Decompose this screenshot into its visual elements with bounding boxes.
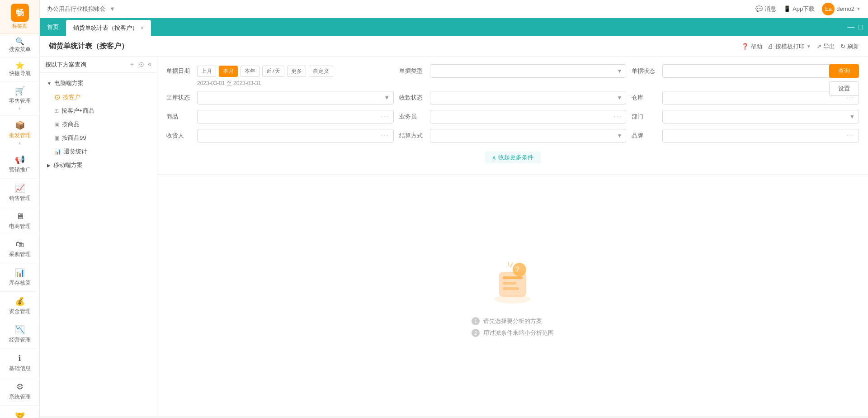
sidebar-item-finance[interactable]: 💰 资金管理 xyxy=(0,292,39,320)
order-type-select[interactable]: ▼ xyxy=(430,64,627,78)
query-button[interactable]: 查询 xyxy=(829,64,859,78)
brand-input[interactable]: ··· xyxy=(662,129,859,142)
date-btn-this-month[interactable]: 本月 xyxy=(219,66,238,77)
tree-item-goods99[interactable]: ▣ 按商品99 xyxy=(40,131,157,145)
sidebar-item-operations[interactable]: 📉 经营管理 xyxy=(0,320,39,349)
sidebar-item-wholesale[interactable]: 📦 批发管理 ▲ xyxy=(0,116,39,150)
system-icon: ⚙ xyxy=(16,382,24,392)
brand-label: 品牌 xyxy=(632,132,659,140)
receipt-status-dropdown-icon: ▼ xyxy=(617,95,622,101)
add-scheme-button[interactable]: ＋ xyxy=(129,61,135,69)
tree-item-customer-goods[interactable]: ⊞ 按客户+商品 xyxy=(40,104,157,118)
collapse-more-button[interactable]: ∧ 收起更多条件 xyxy=(485,152,541,163)
order-type-dropdown-icon: ▼ xyxy=(617,68,622,74)
tree-section: ▼ 电脑端方案 ⊙ 按客户 ⊞ 按客户+商品 ▣ 按商品 xyxy=(40,73,157,176)
date-btn-7days[interactable]: 近7天 xyxy=(262,66,284,77)
tree-mobile-section[interactable]: ▶ 移动端方案 xyxy=(40,158,157,172)
tab-minimize-button[interactable]: — xyxy=(847,23,854,31)
goods-icon: ▣ xyxy=(54,121,59,128)
refresh-button[interactable]: ↻ 刷新 xyxy=(840,43,859,51)
customer-scheme-icon: ⊙ xyxy=(54,93,60,101)
date-btn-more[interactable]: 更多 xyxy=(287,66,306,77)
warehouse-filter-item: 仓库 ··· xyxy=(632,91,859,104)
search-menu-item[interactable]: 🔍 搜索菜单 xyxy=(0,33,39,57)
settings-button[interactable]: 设置 xyxy=(829,81,859,96)
scheme-settings-button[interactable]: ⊙ xyxy=(139,61,144,69)
tab-bar: 首页 销货单统计表（按客户） × — □ xyxy=(40,18,868,36)
print-dropdown-icon: ▼ xyxy=(807,44,811,49)
receipt-status-filter-item: 收款状态 ▼ xyxy=(399,91,627,104)
receipt-status-select[interactable]: ▼ xyxy=(430,91,627,104)
logo-label: 标签页 xyxy=(12,23,27,29)
recipient-input[interactable]: ··· xyxy=(197,129,394,142)
main-area: 办公用品行业模拟账套 ▼ 💬 消息 📱 App下载 Ea demo2 ▼ 首页 … xyxy=(40,0,868,418)
order-type-label: 单据类型 xyxy=(399,67,426,75)
message-button[interactable]: 💬 消息 xyxy=(755,5,776,13)
sidebar-item-basics[interactable]: ℹ 基础信息 xyxy=(0,349,39,377)
purchase-icon: 🛍 xyxy=(16,240,24,249)
date-range-text: 2023-03-01 至 2023-03-31 xyxy=(197,80,859,87)
refresh-icon: ↻ xyxy=(840,43,845,50)
tab-maximize-button[interactable]: □ xyxy=(858,23,863,31)
marketing-icon: 📢 xyxy=(15,155,25,165)
app-download-button[interactable]: 📱 App下载 xyxy=(783,5,815,13)
tree-item-by-customer[interactable]: ⊙ 按客户 xyxy=(40,90,157,104)
page-header: 销货单统计表（按客户） ❓ 帮助 🖨 按模板打印 ▼ ↗ 导出 ↻ 刷新 xyxy=(40,36,868,57)
date-btn-last-month[interactable]: 上月 xyxy=(197,66,216,77)
help-button[interactable]: ❓ 帮助 xyxy=(741,43,762,51)
date-btn-this-year[interactable]: 本年 xyxy=(241,66,259,77)
department-select[interactable]: ▼ xyxy=(662,110,859,124)
enterprise-icon: 🤝 xyxy=(15,410,25,418)
svg-rect-2 xyxy=(503,276,523,279)
tab-close-button[interactable]: × xyxy=(141,25,144,31)
collapse-panel-button[interactable]: « xyxy=(148,61,151,69)
print-button[interactable]: 🖨 按模板打印 ▼ xyxy=(768,43,811,51)
page-content: 销货单统计表（按客户） ❓ 帮助 🖨 按模板打印 ▼ ↗ 导出 ↻ 刷新 xyxy=(40,36,868,418)
page-actions: ❓ 帮助 🖨 按模板打印 ▼ ↗ 导出 ↻ 刷新 xyxy=(741,43,859,51)
right-panel: 单据日期 上月 本月 本年 近7天 更多 自定义 单据类型 xyxy=(157,57,868,416)
sidebar-item-sales[interactable]: 📈 销售管理 xyxy=(0,179,39,207)
sidebar-item-enterprise[interactable]: 🤝 企业协同 xyxy=(0,406,39,418)
sidebar-item-retail[interactable]: 🛒 零售管理 ▼ xyxy=(0,81,39,116)
sidebar-item-system[interactable]: ⚙ 系统管理 xyxy=(0,377,39,406)
sidebar-item-ecommerce[interactable]: 🖥 电商管理 xyxy=(0,207,39,235)
salesperson-input[interactable]: ··· xyxy=(430,110,627,124)
brand-filter-item: 品牌 ··· xyxy=(632,129,859,142)
goods-dots: ··· xyxy=(381,113,389,121)
tab-home[interactable]: 首页 xyxy=(40,18,66,36)
date-range-bar: 上月 本月 本年 近7天 更多 自定义 xyxy=(197,66,394,77)
svg-line-7 xyxy=(510,263,513,267)
tree-item-goods[interactable]: ▣ 按商品 xyxy=(40,118,157,131)
quick-nav-item[interactable]: ⭐ 快捷导航 xyxy=(0,57,39,81)
industry-dropdown-icon[interactable]: ▼ xyxy=(109,5,115,12)
inventory-icon: 📊 xyxy=(15,268,25,278)
goods-input[interactable]: ··· xyxy=(197,110,394,124)
svg-text:?: ? xyxy=(515,266,519,273)
out-status-select[interactable]: ▼ xyxy=(197,91,394,104)
sidebar-item-marketing[interactable]: 📢 营销推广 xyxy=(0,150,39,179)
user-menu[interactable]: Ea demo2 ▼ xyxy=(822,3,861,15)
settlement-select[interactable]: ▼ xyxy=(430,129,627,142)
filter-collapse-row: ∧ 收起更多条件 xyxy=(166,148,859,167)
department-label: 部门 xyxy=(632,113,659,121)
logo-area[interactable]: 畅 标签页 xyxy=(0,0,39,33)
export-button[interactable]: ↗ 导出 xyxy=(816,43,835,51)
tab-sales-stat[interactable]: 销货单统计表（按客户） × xyxy=(66,20,151,36)
brand-dots: ··· xyxy=(846,132,855,140)
date-btn-custom[interactable]: 自定义 xyxy=(309,66,333,77)
user-dropdown-icon: ▼ xyxy=(856,6,861,11)
sidebar: 畅 标签页 🔍 搜索菜单 ⭐ 快捷导航 🛒 零售管理 ▼ 📦 批发管理 ▲ 📢 … xyxy=(0,0,40,418)
goods99-icon: ▣ xyxy=(54,135,59,141)
filter-row-4: 收货人 ··· 结算方式 ▼ xyxy=(166,129,859,142)
sidebar-item-inventory[interactable]: 📊 库存核算 xyxy=(0,263,39,292)
tree-desktop-section[interactable]: ▼ 电脑端方案 xyxy=(40,76,157,90)
sidebar-item-purchase[interactable]: 🛍 采购管理 xyxy=(0,235,39,263)
salesperson-label: 业务员 xyxy=(399,113,426,121)
department-filter-item: 部门 ▼ xyxy=(632,110,859,124)
svg-point-5 xyxy=(513,263,526,276)
return-stat-icon: 📊 xyxy=(54,148,61,155)
tree-item-return-stat[interactable]: 📊 退货统计 xyxy=(40,145,157,158)
receipt-status-label: 收款状态 xyxy=(399,94,426,102)
settlement-filter-item: 结算方式 ▼ xyxy=(399,129,627,142)
username: demo2 xyxy=(836,5,854,12)
